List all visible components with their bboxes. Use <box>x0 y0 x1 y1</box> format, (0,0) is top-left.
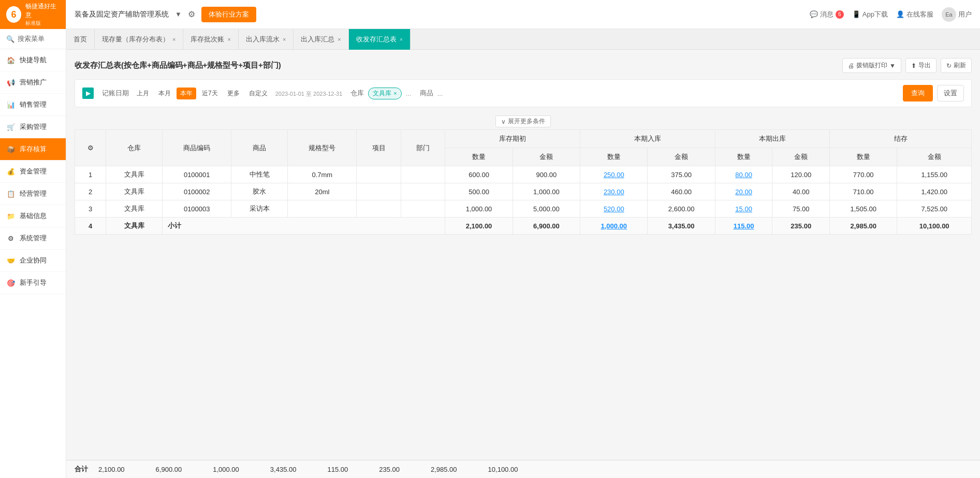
message-badge: 6 <box>836 10 844 19</box>
cell-in-qty[interactable]: 520.00 <box>580 200 648 218</box>
total-bal-amt: 10,100.00 <box>488 466 518 473</box>
col-out-qty: 数量 <box>715 148 772 166</box>
cell-bal-qty: 710.00 <box>830 183 897 200</box>
sidebar-item-search[interactable]: 🔍 搜索菜单 <box>0 29 66 49</box>
date-range-display: 2023-01-01 至 2023-12-31 <box>275 90 343 98</box>
export-icon: ⬆ <box>911 62 916 69</box>
cell-out-qty[interactable]: 15.00 <box>715 200 772 218</box>
sales-icon: 📊 <box>6 100 16 109</box>
tab-close-batch[interactable]: × <box>227 36 230 42</box>
col-opening-qty: 数量 <box>445 148 513 166</box>
logo-icon: 6 <box>6 6 21 23</box>
cell-out-amt: 75.00 <box>772 200 830 218</box>
message-icon: 💬 <box>810 10 818 18</box>
date-btn-custom[interactable]: 自定义 <box>245 88 271 99</box>
cell-open-amt: 5,000.00 <box>513 200 580 218</box>
avatar: Ea <box>942 7 956 22</box>
cell-in-amt: 2,600.00 <box>648 200 715 218</box>
date-btn-more[interactable]: 更多 <box>224 88 243 99</box>
cell-dept <box>401 183 445 200</box>
sidebar-item-basic[interactable]: 📁 基础信息 <box>0 205 66 227</box>
tab-close-collect-summary[interactable]: × <box>400 36 403 42</box>
tab-close-inout-summary[interactable]: × <box>338 36 341 42</box>
app-download-button[interactable]: 📱 App下载 <box>852 10 888 19</box>
refresh-button[interactable]: ↻ 刷新 <box>941 58 972 73</box>
sidebar-item-guide[interactable]: 🎯 新手引导 <box>0 272 66 294</box>
tab-batch[interactable]: 库存批次账 × <box>183 29 238 50</box>
tab-close-inout-flow[interactable]: × <box>283 36 286 42</box>
sidebar-item-purchase[interactable]: 🛒 采购管理 <box>0 116 66 138</box>
tab-stock-dist[interactable]: 现存量（库存分布表） × <box>95 29 183 50</box>
page-actions: 🖨 拨销版打印 ▼ ⬆ 导出 ↻ 刷新 <box>842 58 972 73</box>
subtotal-no: 4 <box>75 218 106 235</box>
tab-collect-summary[interactable]: 收发存汇总表 × <box>349 29 411 50</box>
cell-out-qty[interactable]: 20.00 <box>715 183 772 200</box>
cell-out-amt: 120.00 <box>772 166 830 183</box>
sidebar-item-operation[interactable]: 📋 经营管理 <box>0 183 66 205</box>
expand-conditions-button[interactable]: ∨ 展开更多条件 <box>495 115 551 127</box>
subtotal-bal-qty: 2,985.00 <box>830 218 897 235</box>
export-button[interactable]: ⬆ 导出 <box>905 58 937 73</box>
operation-icon: 📋 <box>6 189 16 198</box>
table-row: 1 文具库 0100001 中性笔 0.7mm 600.00 900.00 25… <box>75 166 972 183</box>
date-btn-7days[interactable]: 近7天 <box>198 88 222 99</box>
cell-out-qty[interactable]: 80.00 <box>715 166 772 183</box>
warehouse-filter-group: 仓库 文具库 × ... <box>350 88 411 99</box>
sidebar-item-sales[interactable]: 📊 销售管理 <box>0 94 66 116</box>
col-balance-qty: 数量 <box>830 148 897 166</box>
warehouse-more-icon[interactable]: ... <box>406 90 412 97</box>
data-table: ⚙ 仓库 商品编码 商品 规格型号 项目 部门 库存期初 本期入库 本期出库 结… <box>75 129 972 235</box>
trial-button[interactable]: 体验行业方案 <box>201 7 256 22</box>
sidebar-item-inventory[interactable]: 📦 库存核算 <box>0 138 66 161</box>
cell-in-qty[interactable]: 230.00 <box>580 183 648 200</box>
warehouse-tag[interactable]: 文具库 × <box>368 88 401 99</box>
date-filter-label: 记账日期 <box>102 89 129 98</box>
date-btn-last-month[interactable]: 上月 <box>133 88 153 99</box>
tab-inout-flow[interactable]: 出入库流水 × <box>239 29 294 50</box>
cell-code: 0100003 <box>163 200 231 218</box>
print-button[interactable]: 🖨 拨销版打印 ▼ <box>842 58 901 73</box>
sidebar-item-marketing[interactable]: 📢 营销推广 <box>0 71 66 94</box>
cell-project <box>357 166 401 183</box>
refresh-icon: ↻ <box>946 62 952 69</box>
date-btn-this-year[interactable]: 本年 <box>177 88 196 99</box>
cell-in-qty[interactable]: 250.00 <box>580 166 648 183</box>
subtotal-in-qty[interactable]: 1,000.00 <box>580 218 648 235</box>
cell-out-amt: 40.00 <box>772 183 830 200</box>
cell-spec: 20ml <box>288 183 357 200</box>
tab-close-stock-dist[interactable]: × <box>172 36 175 42</box>
col-in-amt: 金额 <box>648 148 715 166</box>
column-settings-button[interactable]: 设置 <box>937 85 964 102</box>
cell-bal-amt: 1,155.00 <box>897 166 972 183</box>
cell-warehouse: 文具库 <box>106 183 163 200</box>
settings-icon[interactable]: ⚙ <box>188 9 195 19</box>
system-dropdown[interactable]: ▼ <box>175 10 182 18</box>
guide-icon: 🎯 <box>6 278 16 287</box>
marketing-icon: 📢 <box>6 78 16 87</box>
cell-dept <box>401 166 445 183</box>
table-settings-icon[interactable]: ⚙ <box>75 130 106 166</box>
sidebar-item-finance[interactable]: 💰 资金管理 <box>0 161 66 183</box>
chevron-down-icon: ▼ <box>889 62 896 69</box>
sidebar-item-corp[interactable]: 🤝 企业协同 <box>0 250 66 272</box>
warehouse-tag-remove[interactable]: × <box>393 90 397 96</box>
tab-inout-summary[interactable]: 出入库汇总 × <box>294 29 348 50</box>
subtotal-label: 小计 <box>163 218 445 235</box>
date-btn-this-month[interactable]: 本月 <box>155 88 174 99</box>
subtotal-open-amt: 6,900.00 <box>513 218 580 235</box>
sidebar-item-quick-nav[interactable]: 🏠 快捷导航 <box>0 49 66 71</box>
message-button[interactable]: 💬 消息 6 <box>810 10 844 19</box>
tab-home[interactable]: 首页 <box>66 29 95 50</box>
date-filter-group: 记账日期 上月 本月 本年 近7天 更多 自定义 2023-01-01 至 20… <box>102 88 342 99</box>
sidebar-item-system[interactable]: ⚙ 系统管理 <box>0 227 66 250</box>
col-balance-amt: 金额 <box>897 148 972 166</box>
product-more-icon[interactable]: ... <box>437 90 443 97</box>
online-service-button[interactable]: 👤 在线客服 <box>896 10 933 19</box>
filter-toggle[interactable]: ▶ <box>82 88 94 99</box>
subtotal-out-qty[interactable]: 115.00 <box>715 218 772 235</box>
user-menu[interactable]: Ea 用户 <box>942 7 972 22</box>
main-content: 收发存汇总表(按仓库+商品编码+商品+规格型号+项目+部门) 🖨 拨销版打印 ▼… <box>66 50 980 243</box>
query-button[interactable]: 查询 <box>903 85 933 102</box>
date-shortcuts: 上月 本月 本年 近7天 更多 自定义 <box>133 88 271 99</box>
col-product-spec: 规格型号 <box>288 130 357 166</box>
